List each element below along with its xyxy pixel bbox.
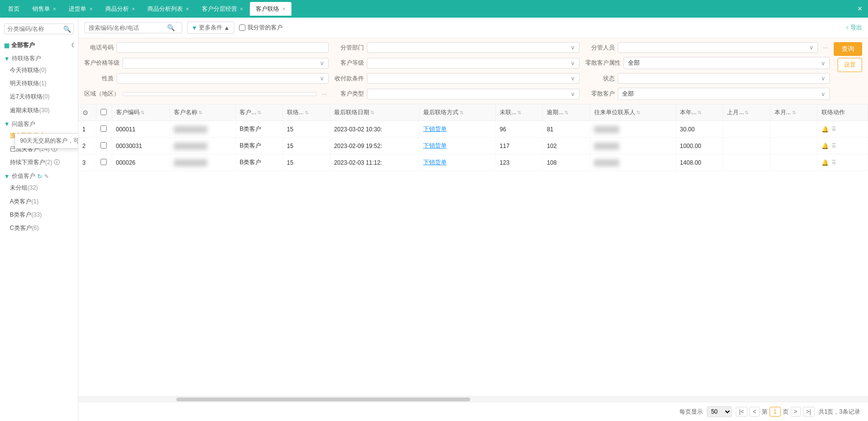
sort-icon-last-month[interactable]: ⇅ xyxy=(745,110,748,115)
tab-sales[interactable]: 销售单 × xyxy=(26,2,62,16)
cell-last-method-1[interactable]: 下销货单 xyxy=(419,138,495,154)
tab-purchase-close[interactable]: × xyxy=(89,6,92,12)
th-contact-count[interactable]: 联络...⇅ xyxy=(283,104,330,121)
edit-icon[interactable]: ✎ xyxy=(44,173,49,180)
sidebar-item-declining[interactable]: 持续下滑客户(2) ⓘ xyxy=(0,156,78,169)
th-settings[interactable]: ⚙ xyxy=(78,104,96,121)
next-page-btn[interactable]: > xyxy=(791,407,801,417)
filter-dept-select[interactable]: ∨ xyxy=(367,42,579,53)
my-customers-checkbox-label[interactable]: 我分管的客户 xyxy=(239,24,283,32)
sidebar-group-problem[interactable]: ▼ 问题客户 xyxy=(0,117,78,129)
cell-last-method-0[interactable]: 下销货单 xyxy=(419,121,495,138)
tab-customer-connect-close[interactable]: × xyxy=(282,6,285,12)
sort-icon-contact-count[interactable]: ⇅ xyxy=(305,110,309,115)
sidebar-item-class-c[interactable]: C类客户(6) xyxy=(0,222,78,235)
th-this-year[interactable]: 本年...⇅ xyxy=(676,104,723,121)
action-more-icon-2[interactable]: ⠿ xyxy=(832,159,836,166)
row-checkbox-2[interactable] xyxy=(100,159,107,165)
th-code[interactable]: 客户编码⇅ xyxy=(112,104,169,121)
last-method-link-2[interactable]: 下销货单 xyxy=(423,159,447,166)
sidebar-item-class-b[interactable]: B类客户(33) xyxy=(0,208,78,222)
sort-icon-type[interactable]: ⇅ xyxy=(257,110,261,115)
settings-button[interactable]: 设置 xyxy=(838,58,862,72)
tab-analysis-list-close[interactable]: × xyxy=(186,6,189,12)
th-contact-person[interactable]: 往来单位联系人⇅ xyxy=(590,104,675,121)
prev-page-btn[interactable]: < xyxy=(749,407,760,417)
cell-checkbox-2[interactable] xyxy=(96,154,112,171)
sidebar-collapse-icon[interactable]: 《 xyxy=(69,42,74,49)
action-more-icon-0[interactable]: ⠿ xyxy=(832,126,836,133)
th-checkbox[interactable] xyxy=(96,104,112,121)
tab-purchase[interactable]: 进货单 × xyxy=(63,2,98,16)
filter-person-select[interactable]: ∨ xyxy=(618,42,818,53)
sidebar-item-7days[interactable]: 近7天待联络(0) xyxy=(0,90,78,103)
sidebar-all-customers[interactable]: ▦ 全部客户 《 xyxy=(0,39,78,51)
tab-customer-connect[interactable]: 客户联络 × xyxy=(250,2,291,16)
th-last-date[interactable]: 最后联络日期⇅ xyxy=(330,104,419,121)
tab-sales-close[interactable]: × xyxy=(53,6,56,12)
search-icon[interactable]: 🔍 xyxy=(167,24,175,31)
sidebar-item-class-a[interactable]: A类客户(1) xyxy=(0,195,78,208)
scrollbar-thumb[interactable] xyxy=(176,397,470,401)
refresh-icon[interactable]: ↻ xyxy=(37,173,42,180)
th-last-method[interactable]: 最后联络方式⇅ xyxy=(419,104,495,121)
first-page-btn[interactable]: |< xyxy=(736,407,747,417)
th-this-month[interactable]: 本月...⇅ xyxy=(770,104,817,121)
filter-retail-customer-select[interactable]: 全部 ∨ xyxy=(618,88,830,100)
sidebar-item-tomorrow[interactable]: 明天待联络(1) xyxy=(0,77,78,90)
tab-customer-tier[interactable]: 客户分层经营 × xyxy=(196,2,249,16)
last-method-link-1[interactable]: 下销货单 xyxy=(423,142,447,149)
horizontal-scrollbar[interactable] xyxy=(78,396,868,402)
last-page-btn[interactable]: >| xyxy=(803,407,815,417)
select-all-checkbox[interactable] xyxy=(100,109,107,115)
th-last-month[interactable]: 上月...⇅ xyxy=(723,104,770,121)
action-bell-icon-2[interactable]: 🔔 xyxy=(821,159,829,166)
last-method-link-0[interactable]: 下销货单 xyxy=(423,125,447,132)
th-type[interactable]: 客户...⇅ xyxy=(236,104,283,121)
cell-last-method-2[interactable]: 下销货单 xyxy=(419,154,495,171)
sort-icon-contact-person[interactable]: ⇅ xyxy=(636,110,640,115)
action-bell-icon-1[interactable]: 🔔 xyxy=(821,143,829,149)
sort-icon-overdue[interactable]: ⇅ xyxy=(564,110,568,115)
tab-customer-tier-close[interactable]: × xyxy=(240,6,243,12)
filter-region-select[interactable] xyxy=(122,92,317,96)
more-conditions-btn[interactable]: ▼ 更多条件 ▲ xyxy=(187,22,234,34)
sort-icon-last-method[interactable]: ⇅ xyxy=(459,110,463,115)
per-page-select[interactable]: 50 100 xyxy=(707,406,732,417)
filter-customer-type-select[interactable]: ∨ xyxy=(367,89,579,99)
query-button[interactable]: 查询 xyxy=(834,42,862,56)
filter-nature-select[interactable]: ∨ xyxy=(117,73,329,84)
th-overdue[interactable]: 逾期...⇅ xyxy=(543,104,590,121)
action-bell-icon-0[interactable]: 🔔 xyxy=(821,126,829,133)
filter-price-tier-select[interactable]: ∨ xyxy=(122,58,329,69)
search-input[interactable] xyxy=(89,25,167,31)
tab-analysis-close[interactable]: × xyxy=(132,6,135,12)
th-not-contacted[interactable]: 未联...⇅ xyxy=(496,104,543,121)
filter-phone-input[interactable] xyxy=(117,42,329,53)
sidebar-item-overdue[interactable]: 逾期未联络(30) xyxy=(0,104,78,117)
sidebar-item-ungroup[interactable]: 未分组(32) xyxy=(0,181,78,195)
my-customers-checkbox[interactable] xyxy=(239,25,245,31)
tab-home[interactable]: 首页 xyxy=(2,2,25,16)
th-name[interactable]: 客户名称⇅ xyxy=(169,104,235,121)
export-btn[interactable]: ↑ 导出 xyxy=(845,24,862,32)
sort-icon-last-date[interactable]: ⇅ xyxy=(370,110,374,115)
sort-icon-code[interactable]: ⇅ xyxy=(141,110,145,115)
filter-customer-tier-select[interactable]: ∨ xyxy=(367,58,579,69)
window-close-icon[interactable]: × xyxy=(854,4,866,13)
action-more-icon-1[interactable]: ⠿ xyxy=(832,143,836,149)
sort-icon-not-contacted[interactable]: ⇅ xyxy=(517,110,521,115)
filter-status-select[interactable]: ∨ xyxy=(618,73,830,84)
more-btn-person[interactable]: ··· xyxy=(821,44,830,51)
row-checkbox-0[interactable] xyxy=(100,125,107,132)
sort-icon-this-month[interactable]: ⇅ xyxy=(792,110,796,115)
sidebar-group-value[interactable]: ▼ 价值客户 ↻ ✎ xyxy=(0,169,78,181)
cell-checkbox-0[interactable] xyxy=(96,121,112,138)
row-checkbox-1[interactable] xyxy=(100,142,107,149)
filter-retail-attr-select[interactable]: 全部 ∨ xyxy=(624,57,830,69)
tab-analysis[interactable]: 商品分析 × xyxy=(99,2,141,16)
settings-col-icon[interactable]: ⚙ xyxy=(82,109,89,117)
sidebar-group-pending[interactable]: ▼ 待联络客户 xyxy=(0,51,78,64)
tab-analysis-list[interactable]: 商品分析列表 × xyxy=(142,2,194,16)
sort-icon-name[interactable]: ⇅ xyxy=(198,110,202,115)
